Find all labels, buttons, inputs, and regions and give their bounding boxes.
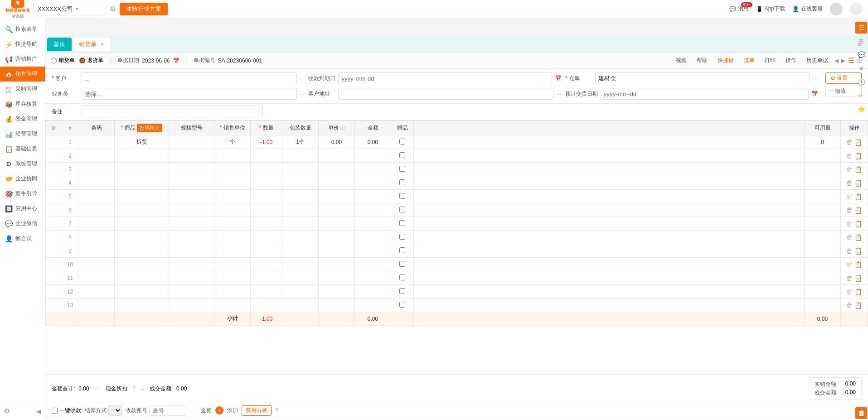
cell-barcode[interactable] (78, 285, 115, 299)
cell-barcode[interactable] (78, 244, 115, 258)
sidebar-collapse-icon[interactable]: ◀ (36, 408, 41, 415)
cell-price[interactable] (319, 149, 355, 163)
prev-arrow-icon[interactable]: ◀ (834, 58, 839, 64)
one-click-payment-input[interactable] (52, 408, 58, 414)
gear-settings-icon[interactable]: ⚙ (110, 5, 116, 13)
cell-goods[interactable] (115, 190, 169, 203)
cell-qty[interactable] (251, 285, 282, 299)
delete-row-icon[interactable]: 🗑 (846, 179, 853, 187)
cell-price[interactable] (319, 217, 355, 231)
cell-barcode[interactable] (78, 163, 115, 176)
cell-spec[interactable] (169, 176, 214, 190)
cell-unit[interactable] (214, 258, 251, 271)
sidebar-item-wecom[interactable]: 💬 企业微信 (0, 216, 45, 231)
warehouse-ellipsis-icon[interactable]: ··· (813, 75, 818, 82)
cell-spec[interactable] (169, 271, 214, 285)
cell-unit[interactable] (214, 149, 251, 163)
cell-goods[interactable] (115, 163, 169, 176)
avatar-2[interactable] (850, 3, 863, 15)
rs-edit-icon[interactable]: ✏ (855, 90, 867, 101)
delete-row-icon[interactable]: 🗑 (846, 152, 853, 159)
cell-goods[interactable] (115, 217, 169, 231)
cell-gift[interactable] (391, 176, 414, 190)
gift-checkbox[interactable] (399, 207, 405, 212)
cell-goods[interactable] (115, 271, 169, 285)
cell-gift[interactable] (391, 258, 414, 271)
calendar-icon-expected[interactable]: 📅 (811, 91, 818, 97)
customer-input[interactable] (82, 72, 297, 84)
gift-checkbox[interactable] (399, 302, 405, 308)
delete-row-icon[interactable]: 🗑 (846, 207, 853, 214)
online-service-button[interactable]: 👤 在线客服 (792, 5, 823, 13)
cell-gift[interactable] (391, 217, 414, 231)
settlement-method-select[interactable] (108, 405, 122, 416)
sidebar-settings-icon[interactable]: ⚙ (4, 407, 10, 415)
cell-spec[interactable] (169, 217, 214, 231)
cell-pkg[interactable] (282, 271, 319, 285)
radio-return[interactable]: 退货单 (79, 57, 103, 64)
cell-spec[interactable] (169, 285, 214, 299)
avatar[interactable] (830, 3, 843, 15)
sidebar-item-system[interactable]: ⚙ 系统管理 (0, 156, 45, 171)
cell-spec[interactable] (169, 258, 214, 271)
cell-gift[interactable] (391, 203, 414, 217)
cell-gift[interactable] (391, 271, 414, 285)
salesperson-input[interactable] (82, 88, 297, 100)
rs-grid-view-icon[interactable]: ⊞ (855, 35, 867, 47)
expected-date-input[interactable] (601, 88, 809, 100)
cell-goods[interactable] (115, 285, 169, 299)
warehouse-input[interactable] (595, 72, 810, 84)
remarks-input[interactable] (82, 106, 263, 117)
cell-spec[interactable] (169, 149, 214, 163)
add-payment-button[interactable]: + (215, 406, 223, 414)
select-btn[interactable]: 选单 (740, 55, 758, 66)
list-view-icon[interactable]: ☰ (848, 56, 854, 65)
cell-unit[interactable] (214, 244, 251, 258)
trial-button[interactable]: 体验行业方案 (120, 3, 168, 15)
cell-pkg[interactable] (282, 258, 319, 271)
cell-gift[interactable] (391, 149, 414, 163)
cell-qty[interactable] (251, 149, 282, 163)
cell-pkg[interactable] (282, 231, 319, 244)
cell-qty[interactable] (251, 203, 282, 217)
delete-row-icon[interactable]: 🗑 (846, 247, 853, 255)
cell-qty[interactable] (251, 217, 282, 231)
scan-btn[interactable]: 扫码录入 (137, 124, 162, 132)
cell-barcode[interactable] (78, 258, 115, 271)
help-icon[interactable]: ? (275, 407, 278, 414)
cell-pkg[interactable] (282, 163, 319, 176)
help-btn[interactable]: 帮助 (693, 55, 711, 66)
operate-btn[interactable]: 操作 (782, 55, 800, 66)
cell-qty[interactable] (251, 176, 282, 190)
radio-sale[interactable]: 销货单 (51, 57, 75, 64)
cell-pkg[interactable] (282, 299, 319, 312)
help-discount-icon[interactable]: ? (132, 385, 136, 392)
rs-chat-icon[interactable]: 💬 (855, 49, 867, 61)
gift-checkbox[interactable] (399, 179, 405, 185)
cell-goods[interactable] (115, 258, 169, 271)
due-date-input[interactable] (338, 72, 552, 84)
delete-row-icon[interactable]: 🗑 (846, 288, 853, 295)
sidebar-item-guide[interactable]: 🎯 新手引导 (0, 186, 45, 201)
col-header-gear[interactable]: ⚙ (46, 121, 62, 135)
next-arrow-icon[interactable]: ▶ (841, 58, 845, 64)
delete-row-icon[interactable]: 🗑 (846, 275, 853, 282)
cell-spec[interactable] (169, 190, 214, 203)
cell-gift[interactable] (391, 299, 414, 312)
sidebar-item-enterprise[interactable]: 🤝 企业协同 (0, 171, 45, 186)
cell-qty[interactable] (251, 163, 282, 176)
cell-price[interactable] (319, 299, 355, 312)
cell-pkg[interactable] (282, 176, 319, 190)
sidebar-item-member[interactable]: 👤 畅会员 (0, 231, 45, 246)
cell-goods[interactable] (115, 231, 169, 244)
print-btn[interactable]: 打印 (761, 55, 779, 66)
cell-barcode[interactable] (78, 203, 115, 217)
gift-checkbox[interactable] (399, 152, 405, 158)
cell-price[interactable] (319, 203, 355, 217)
gift-checkbox[interactable] (399, 166, 405, 172)
cell-spec[interactable] (169, 231, 214, 244)
cell-barcode[interactable] (78, 190, 115, 203)
cell-goods[interactable] (115, 203, 169, 217)
gift-checkbox[interactable] (399, 275, 405, 280)
app-download-button[interactable]: 📱 App下载 (756, 5, 785, 13)
